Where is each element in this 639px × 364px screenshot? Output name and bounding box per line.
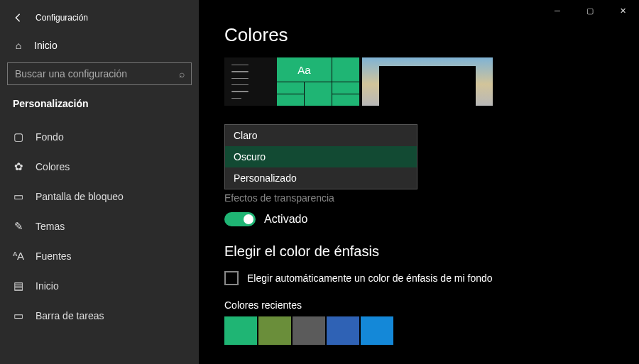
- nav-icon: ▢: [13, 131, 24, 143]
- page-title: Colores: [224, 24, 613, 46]
- nav-label: Pantalla de bloqueo: [36, 191, 124, 202]
- sidebar-item-fuentes[interactable]: ᴬAFuentes: [0, 241, 199, 271]
- sidebar-item-colores[interactable]: ✿Colores: [0, 152, 199, 182]
- arrow-left-icon: [13, 13, 23, 23]
- nav-icon: ▤: [13, 280, 24, 292]
- window-controls: ─ ▢ ✕: [541, 0, 639, 21]
- color-mode-dropdown[interactable]: ClaroOscuroPersonalizado: [224, 124, 417, 189]
- nav-label: Temas: [36, 221, 65, 232]
- color-preview: Aa: [224, 57, 613, 106]
- preview-tile-aa: Aa: [277, 57, 332, 82]
- transparency-label: Efectos de transparencia: [224, 192, 613, 204]
- transparency-toggle[interactable]: [224, 212, 256, 226]
- nav-label: Colores: [36, 161, 70, 172]
- nav-label: Inicio: [36, 280, 59, 292]
- close-button[interactable]: ✕: [606, 0, 639, 21]
- dropdown-option-personalizado[interactable]: Personalizado: [225, 167, 417, 189]
- toggle-state-label: Activado: [264, 213, 307, 226]
- nav-label: Fuentes: [36, 250, 72, 262]
- auto-accent-label: Elegir automáticamente un color de énfas…: [247, 272, 493, 284]
- sidebar-item-pantalla-de-bloqueo[interactable]: ▭Pantalla de bloqueo: [0, 182, 199, 211]
- nav-icon: ᴬA: [13, 250, 24, 263]
- home-icon: ⌂: [13, 40, 24, 51]
- nav-label: Fondo: [36, 131, 64, 143]
- nav-label: Barra de tareas: [36, 310, 104, 321]
- sidebar: Configuración ⌂ Inicio ⌕ Personalización…: [0, 0, 199, 364]
- back-button[interactable]: [10, 10, 26, 26]
- preview-panel-dark: [224, 57, 277, 106]
- main-content: ─ ▢ ✕ Colores Aa ClaroOscuroPersonalizad…: [199, 0, 639, 364]
- recent-color-swatches: [224, 316, 613, 345]
- minimize-button[interactable]: ─: [541, 0, 574, 21]
- sidebar-item-temas[interactable]: ✎Temas: [0, 211, 199, 241]
- home-nav[interactable]: ⌂ Inicio: [0, 33, 199, 58]
- color-swatch[interactable]: [361, 316, 393, 345]
- sidebar-item-inicio[interactable]: ▤Inicio: [0, 271, 199, 301]
- app-title: Configuración: [36, 13, 88, 23]
- dropdown-option-oscuro[interactable]: Oscuro: [225, 146, 417, 167]
- dropdown-option-claro[interactable]: Claro: [225, 125, 417, 146]
- nav-icon: ✎: [13, 220, 24, 233]
- color-swatch[interactable]: [224, 316, 257, 345]
- transparency-row: Activado: [224, 212, 613, 226]
- nav-icon: ▭: [13, 309, 24, 322]
- home-label: Inicio: [34, 40, 58, 51]
- auto-accent-checkbox[interactable]: [224, 271, 239, 285]
- color-swatch[interactable]: [293, 316, 325, 345]
- auto-accent-row[interactable]: Elegir automáticamente un color de énfas…: [224, 271, 613, 285]
- nav-icon: ▭: [13, 190, 24, 203]
- search-area: ⌕: [0, 58, 199, 94]
- preview-start-tiles: Aa: [277, 57, 362, 106]
- nav-icon: ✿: [13, 160, 24, 173]
- color-swatch[interactable]: [258, 316, 291, 345]
- preview-desktop: [362, 57, 493, 106]
- recent-colors-label: Colores recientes: [224, 299, 613, 311]
- accent-heading: Elegir el color de énfasis: [224, 243, 613, 260]
- color-swatch[interactable]: [327, 316, 359, 345]
- maximize-button[interactable]: ▢: [574, 0, 606, 21]
- sidebar-item-barra-de-tareas[interactable]: ▭Barra de tareas: [0, 301, 199, 331]
- search-input[interactable]: [7, 62, 192, 85]
- sidebar-item-fondo[interactable]: ▢Fondo: [0, 122, 199, 152]
- titlebar-left: Configuración: [0, 7, 199, 33]
- section-label: Personalización: [0, 94, 199, 119]
